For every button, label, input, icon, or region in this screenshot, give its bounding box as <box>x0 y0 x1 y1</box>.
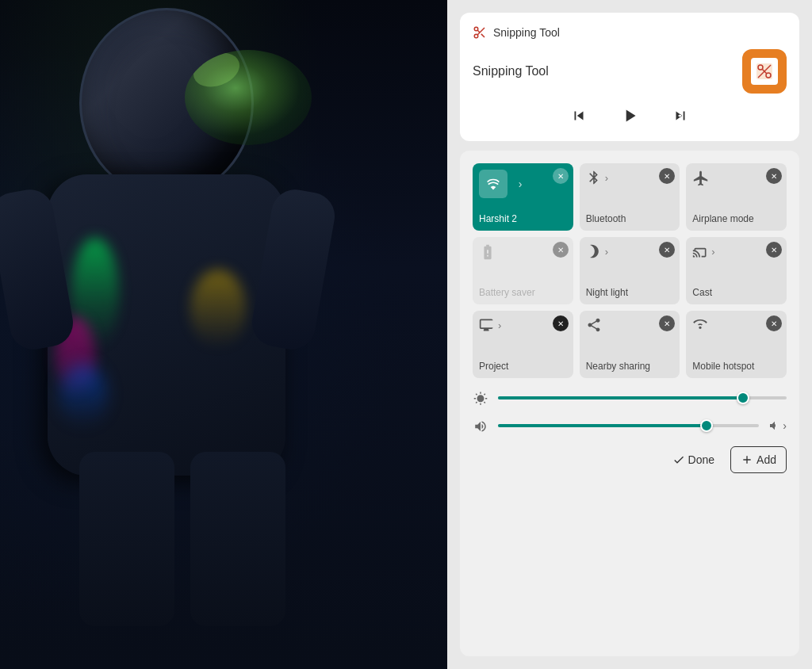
brightness-icon <box>473 391 488 406</box>
bluetooth-icon <box>586 170 602 185</box>
volume-icon <box>473 419 488 434</box>
bat-pin-badge: ✕ <box>553 242 569 258</box>
snipping-app-name: Snipping Tool <box>473 64 549 78</box>
proj-tile-top: › ✕ <box>479 317 567 333</box>
proj-icon-area: › <box>479 317 501 333</box>
bt-tile-top: › ✕ <box>586 170 674 185</box>
wifi-pin-badge: ✕ <box>553 168 569 184</box>
wifi-tile-label: Harshit 2 <box>479 213 567 224</box>
astronaut-helmet <box>79 8 254 198</box>
wifi-expand-icon[interactable]: › <box>511 174 530 193</box>
scissors-icon <box>473 25 487 40</box>
nearby-tile[interactable]: ✕ Nearby sharing <box>580 311 680 378</box>
done-button[interactable]: Done <box>663 447 724 472</box>
bt-expand: › <box>605 172 608 184</box>
volume-track[interactable] <box>498 424 759 427</box>
snipping-tool-header-title: Snipping Tool <box>493 26 560 39</box>
project-tile[interactable]: › ✕ Project <box>473 311 573 378</box>
ap-tile-top: ✕ <box>692 170 780 187</box>
cast-tile[interactable]: › ✕ Cast <box>686 237 787 304</box>
proj-pin-badge: ✕ <box>553 315 569 331</box>
nearby-icon <box>586 317 602 333</box>
volume-fill <box>498 424 707 427</box>
volume-chevron: › <box>783 419 787 432</box>
battery-icon <box>479 243 496 261</box>
nightlight-tile[interactable]: › ✕ Night light <box>580 237 680 304</box>
bt-pin-badge: ✕ <box>659 168 675 184</box>
speaker-icon <box>473 419 488 434</box>
volume-settings-icon <box>768 419 781 432</box>
right-panel: Snipping Tool Snipping Tool <box>447 0 812 669</box>
volume-settings-btn[interactable]: › <box>768 419 787 432</box>
add-label: Add <box>756 453 776 466</box>
next-icon <box>672 107 689 124</box>
brightness-track[interactable] <box>498 396 787 399</box>
hotspot-icon <box>692 317 708 333</box>
volume-slider-row: › <box>473 419 787 434</box>
hs-pin-badge: ✕ <box>766 315 782 331</box>
battery-tile-label: Battery saver <box>479 287 567 298</box>
hotspot-tile-label: Mobile hotspot <box>692 361 780 372</box>
nearby-tile-label: Nearby sharing <box>586 361 674 372</box>
play-icon <box>619 105 640 126</box>
nearby-tile-top: ✕ <box>586 317 674 333</box>
media-next-button[interactable] <box>668 103 693 128</box>
cast-tile-top: › ✕ <box>692 243 780 259</box>
wifi-icon-box <box>479 170 508 198</box>
nightlight-tile-label: Night light <box>586 287 674 298</box>
bluetooth-tile-label: Bluetooth <box>586 213 674 224</box>
astronaut-area <box>0 0 460 669</box>
nl-icon-area: › <box>586 243 608 259</box>
media-controls <box>473 103 787 128</box>
brightness-thumb[interactable] <box>737 392 749 404</box>
background <box>0 0 460 669</box>
project-icon <box>479 317 495 333</box>
add-button[interactable]: Add <box>730 446 787 473</box>
airplane-icon <box>692 170 710 187</box>
done-label: Done <box>688 453 714 466</box>
cast-tile-label: Cast <box>692 287 780 298</box>
sun-icon <box>473 392 488 406</box>
airplane-tile[interactable]: ✕ Airplane mode <box>686 163 787 231</box>
brightness-fill <box>498 396 743 399</box>
quick-settings-card: › ✕ Harshit 2 › ✕ Bluetooth <box>460 151 799 656</box>
snipping-body: Snipping Tool <box>473 49 787 94</box>
wifi-tile[interactable]: › ✕ Harshit 2 <box>473 163 573 231</box>
cast-icon <box>692 243 708 259</box>
suit-body <box>48 174 285 476</box>
brightness-slider-row <box>473 391 787 406</box>
svg-point-0 <box>474 27 478 31</box>
airplane-tile-label: Airplane mode <box>692 213 780 224</box>
nl-pin-badge: ✕ <box>659 242 675 258</box>
volume-thumb[interactable] <box>700 419 713 432</box>
qs-grid-row1: › ✕ Harshit 2 › ✕ Bluetooth <box>473 163 787 378</box>
nl-expand: › <box>605 246 608 258</box>
nightlight-icon <box>586 243 602 259</box>
bluetooth-tile[interactable]: › ✕ Bluetooth <box>580 163 680 231</box>
bat-tile-top: ✕ <box>479 243 567 261</box>
hotspot-tile[interactable]: ✕ Mobile hotspot <box>686 311 787 378</box>
astronaut-visor <box>185 50 312 145</box>
wifi-icon <box>486 177 500 191</box>
wifi-tile-top: › ✕ <box>479 170 567 198</box>
bt-icon-area: › <box>586 170 608 185</box>
nearby-pin-badge: ✕ <box>659 315 675 331</box>
cast-expand: › <box>711 246 714 258</box>
ap-pin-badge: ✕ <box>766 168 782 184</box>
prev-icon <box>570 107 588 124</box>
snipping-tool-card: Snipping Tool Snipping Tool <box>460 13 799 141</box>
plus-icon <box>741 453 753 466</box>
media-play-button[interactable] <box>617 103 642 128</box>
snipping-tool-svg <box>753 60 776 82</box>
hs-tile-top: ✕ <box>692 317 780 333</box>
battery-tile[interactable]: ✕ Battery saver <box>473 237 573 304</box>
svg-line-4 <box>477 30 480 32</box>
cast-pin-badge: ✕ <box>766 242 782 258</box>
proj-expand: › <box>498 319 501 331</box>
snipping-app-icon <box>742 49 787 94</box>
snipping-app-icon-inner <box>751 58 778 85</box>
media-prev-button[interactable] <box>566 103 592 128</box>
cast-icon-area: › <box>692 243 714 259</box>
nl-tile-top: › ✕ <box>586 243 674 259</box>
qs-footer: Done Add <box>473 446 787 473</box>
